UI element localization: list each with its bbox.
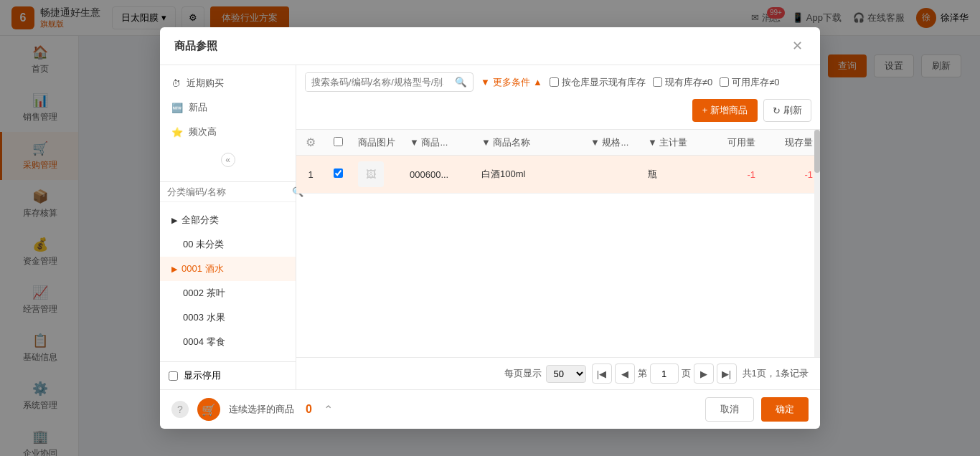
- col-header-unit[interactable]: ▼ 主计量: [641, 130, 698, 156]
- cart-icon: 🛒: [202, 403, 216, 417]
- cart-button[interactable]: 🛒: [197, 398, 220, 421]
- cat-drink[interactable]: 0005 饮料: [160, 354, 296, 361]
- col-header-available: 可用量: [698, 130, 763, 156]
- row-checkbox[interactable]: [334, 168, 343, 178]
- modal-overlay[interactable]: 商品参照 ✕ ⏱ 近期购买 🆕 新品 ⭐: [0, 0, 980, 456]
- available-nonzero-label: 可用库存≠0: [732, 76, 779, 89]
- cell-name: 白酒100ml: [474, 156, 583, 194]
- available-nonzero-checkbox[interactable]: [720, 77, 729, 87]
- page-suffix: 页: [682, 367, 691, 380]
- select-all-checkbox[interactable]: [334, 137, 343, 146]
- new-icon: 🆕: [171, 103, 183, 113]
- add-product-button[interactable]: + 新增商品: [692, 99, 758, 122]
- modal-title: 商品参照: [174, 39, 217, 53]
- cat-snack[interactable]: 0004 零食: [160, 330, 296, 354]
- col-header-code[interactable]: ▼ 商品...: [402, 130, 474, 156]
- cat-fruit[interactable]: 0003 水果: [160, 305, 296, 330]
- image-placeholder-icon: 🖼: [366, 168, 376, 180]
- modal-left-panel: ⏱ 近期购买 🆕 新品 ⭐ 频次高 «: [160, 65, 296, 389]
- product-search-bar: 🔍: [305, 72, 473, 92]
- stock-nonzero-label: 现有库存≠0: [665, 76, 712, 89]
- collapse-left-button[interactable]: «: [221, 153, 235, 167]
- cell-spec: [583, 156, 641, 194]
- category-search-input[interactable]: [167, 186, 288, 197]
- modal-nav-recent-label: 近期购买: [187, 77, 224, 90]
- col-header-spec[interactable]: ▼ 规格...: [583, 130, 641, 156]
- more-filter-button[interactable]: ▼ 更多条件 ▲: [481, 76, 542, 89]
- warehouse-check-wrap[interactable]: 按仓库显示现有库存: [550, 76, 646, 89]
- product-search-button[interactable]: 🔍: [449, 73, 473, 91]
- show-disabled-label: 显示停用: [184, 369, 221, 382]
- page-navigation: |◀ ◀ 第 页 ▶ ▶|: [592, 364, 737, 384]
- product-search-input[interactable]: [306, 73, 449, 91]
- next-page-button[interactable]: ▶: [694, 364, 714, 384]
- modal-nav-new[interactable]: 🆕 新品: [160, 95, 296, 120]
- refresh-icon: ↻: [773, 105, 781, 116]
- page-input[interactable]: [650, 364, 679, 384]
- star-icon: ⭐: [171, 127, 183, 138]
- modal-nav-frequent[interactable]: ⭐ 频次高: [160, 120, 296, 144]
- filter-up-icon: ▲: [533, 77, 542, 87]
- cat-liquor-label: 0001 酒水: [182, 262, 224, 275]
- prev-page-button[interactable]: ◀: [615, 364, 635, 384]
- modal-toolbar: 🔍 ▼ 更多条件 ▲ 按仓库显示现有库存 现有库存≠0: [296, 65, 820, 130]
- table-row[interactable]: 1 🖼 000600... 白酒100ml: [296, 156, 820, 194]
- per-page-selector: 每页显示 50 10 20 100: [504, 365, 586, 383]
- cat-tea[interactable]: 0002 茶叶: [160, 281, 296, 305]
- cat-uncategorized[interactable]: 00 未分类: [160, 232, 296, 257]
- collapse-cart-icon[interactable]: ⌃: [324, 403, 333, 417]
- cell-no: 1: [296, 156, 325, 194]
- footer-right: 取消 确定: [705, 397, 809, 422]
- pagination: 每页显示 50 10 20 100 |◀ ◀ 第 页: [296, 357, 820, 389]
- cart-label: 连续选择的商品: [229, 403, 294, 416]
- per-page-select[interactable]: 50 10 20 100: [546, 365, 586, 383]
- scrollbar-thumb[interactable]: [814, 130, 820, 173]
- available-nonzero-wrap[interactable]: 可用库存≠0: [720, 76, 779, 89]
- cat-all-label: 全部分类: [182, 214, 219, 227]
- modal-quick-nav: ⏱ 近期购买 🆕 新品 ⭐ 频次高 «: [160, 65, 296, 182]
- modal-header: 商品参照 ✕: [160, 27, 820, 65]
- cell-checkbox[interactable]: [325, 156, 351, 194]
- col-spec-label: ▼ 规格...: [590, 137, 628, 148]
- filter-icon: ▼: [481, 77, 490, 87]
- cell-stock: -1: [763, 156, 820, 194]
- cat-liquor[interactable]: ▶ 0001 酒水: [160, 257, 296, 281]
- cell-available: -1: [698, 156, 763, 194]
- refresh-product-button[interactable]: ↻ 刷新: [763, 99, 811, 122]
- cell-img: 🖼: [351, 156, 402, 194]
- cat-uncategorized-label: 00 未分类: [171, 238, 224, 251]
- confirm-button[interactable]: 确定: [761, 397, 809, 422]
- first-page-button[interactable]: |◀: [592, 364, 612, 384]
- modal-footer: ? 🛒 连续选择的商品 0 ⌃ 取消 确定: [160, 389, 820, 429]
- selected-count: 0: [306, 403, 312, 416]
- show-disabled-checkbox[interactable]: [169, 371, 178, 381]
- stock-nonzero-checkbox[interactable]: [653, 77, 662, 87]
- warehouse-checkbox[interactable]: [550, 77, 559, 87]
- per-page-label: 每页显示: [504, 367, 542, 380]
- product-table-wrap: ⚙ 商品图片 ▼ 商品... ▼ 商品名称: [296, 130, 820, 357]
- modal-left-footer: 显示停用: [160, 361, 296, 389]
- modal-nav-frequent-label: 频次高: [189, 125, 217, 138]
- stock-value: -1: [804, 169, 813, 180]
- scrollbar-track: [814, 130, 820, 357]
- total-info: 共1页，1条记录: [743, 367, 809, 380]
- refresh-label: 刷新: [783, 104, 802, 117]
- modal-nav-recent[interactable]: ⏱ 近期购买: [160, 71, 296, 95]
- modal-close-button[interactable]: ✕: [788, 37, 806, 54]
- col-header-name[interactable]: ▼ 商品名称: [474, 130, 583, 156]
- col-header-settings: ⚙: [296, 130, 325, 156]
- col-header-checkbox: [325, 130, 351, 156]
- col-header-stock: 现存量: [763, 130, 820, 156]
- cancel-button[interactable]: 取消: [705, 397, 754, 422]
- modal-categories: ▶ 全部分类 00 未分类 ▶ 0001 酒水 0002 茶叶 0003 水果: [160, 202, 296, 361]
- modal-body: ⏱ 近期购买 🆕 新品 ⭐ 频次高 «: [160, 65, 820, 389]
- product-image: 🖼: [358, 161, 384, 187]
- product-reference-modal: 商品参照 ✕ ⏱ 近期购买 🆕 新品 ⭐: [160, 27, 820, 429]
- stock-nonzero-wrap[interactable]: 现有库存≠0: [653, 76, 712, 89]
- help-button[interactable]: ?: [171, 401, 189, 418]
- modal-right-panel: 🔍 ▼ 更多条件 ▲ 按仓库显示现有库存 现有库存≠0: [296, 65, 820, 389]
- last-page-button[interactable]: ▶|: [717, 364, 737, 384]
- cat-all[interactable]: ▶ 全部分类: [160, 208, 296, 232]
- column-settings-icon[interactable]: ⚙: [306, 136, 316, 148]
- arrow-icon: ▶: [171, 216, 177, 225]
